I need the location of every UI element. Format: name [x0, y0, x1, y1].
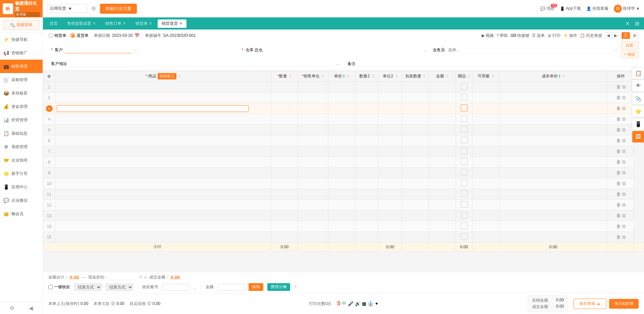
- tab-home[interactable]: 首页: [46, 19, 62, 28]
- gift-checkbox-14[interactable]: [461, 223, 468, 229]
- customer-input[interactable]: [65, 47, 132, 53]
- message-button[interactable]: 💬 消息 70: [540, 6, 554, 11]
- warehouse-dots[interactable]: ...: [424, 48, 427, 52]
- gift-checkbox-13[interactable]: [461, 212, 468, 218]
- address-dots[interactable]: ...: [336, 61, 339, 66]
- save-draft-button[interactable]: 保存草稿 ▲: [574, 299, 606, 309]
- prev-arrow[interactable]: ◀: [605, 32, 611, 39]
- delete-row-icon-3[interactable]: 🗑: [616, 106, 621, 111]
- copy-row-icon-9[interactable]: ⧉: [622, 170, 626, 176]
- trial-plan-button[interactable]: 体验行业方案: [100, 4, 137, 14]
- delete-row-icon-8[interactable]: 🗑: [616, 159, 621, 165]
- tab-sales-order[interactable]: 销售订单 ✕: [101, 19, 130, 28]
- online-service-link[interactable]: 👤 在线客服: [586, 6, 608, 11]
- sidebar-item-apps[interactable]: 📱 应用中心: [0, 180, 43, 194]
- copy-row-icon-6[interactable]: ⧉: [622, 138, 626, 143]
- add-button[interactable]: 添加: [249, 283, 263, 291]
- price-info-icon[interactable]: ℹ: [343, 74, 345, 78]
- sidebar-item-inventory[interactable]: 📦 库存核算: [0, 86, 43, 100]
- delete-row-icon-5[interactable]: 🗑: [616, 127, 621, 133]
- delete-row-icon-1[interactable]: 🗑: [616, 84, 621, 90]
- gift-checkbox-6[interactable]: [461, 137, 468, 143]
- gift-checkbox-1[interactable]: [461, 83, 468, 90]
- onepay-checkbox[interactable]: 一键收款: [48, 284, 70, 290]
- extra-icon[interactable]: ✦: [375, 301, 379, 306]
- video-action[interactable]: ▶ 视频: [482, 33, 494, 39]
- settings-icon[interactable]: ⚙: [10, 305, 14, 311]
- account-input[interactable]: [162, 284, 189, 291]
- qr-icon[interactable]: ▦: [362, 301, 366, 306]
- operate-action[interactable]: ⚡ 操作: [563, 33, 577, 39]
- gift-checkbox-2[interactable]: [461, 94, 468, 101]
- sidebar-item-wechat[interactable]: 💬 企业微信: [0, 194, 43, 207]
- radio-return[interactable]: 退货单: [70, 33, 89, 39]
- side-clipboard-btn[interactable]: 📋: [632, 67, 644, 79]
- settings-btn[interactable]: 设置: [621, 42, 639, 49]
- industry-select[interactable]: 日用百货 ▼: [47, 4, 87, 13]
- sidebar-item-finance[interactable]: 💰 资金管理: [0, 100, 43, 113]
- sidebar-item-operations[interactable]: 📊 经营管理: [0, 113, 43, 127]
- help-circle-icon[interactable]: ?: [139, 275, 142, 280]
- account-dots[interactable]: ...: [193, 285, 197, 290]
- side-mobile-btn[interactable]: 📱: [632, 118, 644, 130]
- tab-close-sales-return[interactable]: ✕: [179, 21, 182, 26]
- copy-row-icon-15[interactable]: ⧉: [622, 234, 626, 240]
- gift-checkbox-12[interactable]: [461, 201, 468, 208]
- side-star-btn[interactable]: ⭐: [632, 105, 644, 117]
- calendar-icon[interactable]: 📅: [135, 33, 140, 38]
- grid-view-btn[interactable]: ⊞: [631, 32, 639, 39]
- customer-dots[interactable]: ...: [134, 48, 137, 52]
- gift-checkbox-8[interactable]: [461, 158, 468, 165]
- tab-sales-return[interactable]: 销货退货 ✕: [158, 19, 186, 28]
- side-eye-btn[interactable]: 👁: [632, 80, 644, 92]
- gift-checkbox-9[interactable]: [461, 169, 468, 176]
- list-view-btn[interactable]: ☰: [622, 32, 630, 39]
- delete-row-icon-10[interactable]: 🗑: [616, 181, 621, 186]
- mic-icon[interactable]: 🎤: [348, 301, 354, 306]
- radio-sales[interactable]: 销货单: [48, 33, 66, 39]
- fee-help-icon[interactable]: ?: [294, 285, 297, 290]
- logistics-btn[interactable]: + 物流: [621, 51, 639, 58]
- delete-row-icon-4[interactable]: 🗑: [616, 116, 621, 122]
- copy-row-icon-1[interactable]: ⧉: [622, 84, 626, 90]
- gift-checkbox-7[interactable]: [461, 147, 468, 154]
- staff-input[interactable]: [447, 47, 613, 53]
- sidebar-item-enterprise[interactable]: 🤝 企业协同: [0, 153, 43, 167]
- app-download-link[interactable]: 📱 App下载: [560, 6, 581, 11]
- scan-btn[interactable]: 扫码录入: [158, 73, 176, 79]
- copy-row-icon-11[interactable]: ⧉: [622, 191, 626, 197]
- user-menu[interactable]: 徐 徐泽华 ▼: [614, 5, 640, 13]
- history-action[interactable]: 📋 历史单据: [580, 33, 602, 39]
- gift-checkbox-11[interactable]: [461, 190, 468, 197]
- tab-close-all-icon[interactable]: ✕: [623, 20, 632, 27]
- fee-split-button[interactable]: 费用分摊: [267, 283, 290, 291]
- copy-row-icon-12[interactable]: ⧉: [622, 202, 626, 208]
- delete-row-icon-14[interactable]: 🗑: [616, 224, 621, 229]
- tab-expand-icon[interactable]: ⊞: [633, 20, 641, 27]
- gift-checkbox-4[interactable]: [461, 115, 468, 122]
- delete-row-icon-11[interactable]: 🗑: [616, 191, 621, 197]
- tab-price-setting[interactable]: 售价提取设置 ✕: [63, 19, 100, 28]
- copy-row-icon-10[interactable]: ⧉: [622, 181, 626, 186]
- add-row-btn[interactable]: +: [46, 105, 53, 112]
- staff-dots[interactable]: ...: [615, 48, 618, 52]
- collapse-icon[interactable]: ◀: [29, 305, 33, 311]
- equals-icon[interactable]: =: [144, 275, 147, 280]
- gift-checkbox-3[interactable]: [461, 105, 468, 111]
- copy-row-icon-8[interactable]: ⧉: [622, 159, 626, 165]
- shirt-icon[interactable]: 👔: [368, 301, 373, 306]
- sidebar-item-purchase[interactable]: 🛒 采购管理: [0, 73, 43, 86]
- copy-row-icon-14[interactable]: ⧉: [622, 224, 626, 229]
- delete-row-icon-13[interactable]: 🗑: [616, 213, 621, 218]
- tab-close-price-setting[interactable]: ✕: [93, 21, 96, 26]
- delete-row-icon-2[interactable]: 🗑: [616, 95, 621, 101]
- gift-checkbox-5[interactable]: [461, 126, 468, 133]
- tab-sales-delivery[interactable]: 销货单 ✕: [131, 19, 156, 28]
- gift-checkbox-10[interactable]: [461, 180, 468, 186]
- sound-icon[interactable]: 🔊: [355, 301, 361, 306]
- copy-row-icon-3[interactable]: ⧉: [622, 106, 626, 111]
- copy-row-icon-2[interactable]: ⧉: [622, 95, 626, 101]
- sidebar-item-marketing[interactable]: 📢 营销推广: [0, 46, 43, 60]
- delete-row-icon-6[interactable]: 🗑: [616, 138, 621, 143]
- delete-row-icon-12[interactable]: 🗑: [616, 202, 621, 208]
